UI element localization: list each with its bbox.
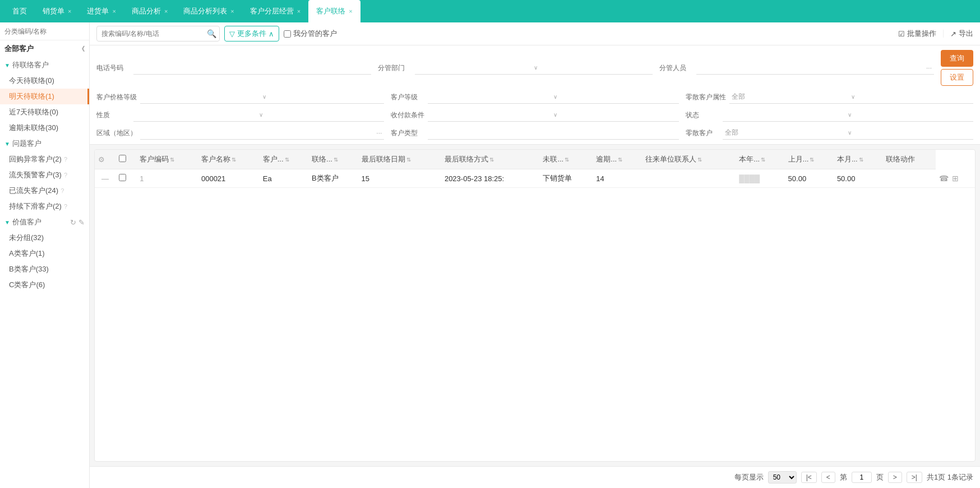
this-year-sort-icon: ⇅: [761, 156, 765, 163]
churned-help-icon[interactable]: ?: [61, 187, 64, 194]
edit-icon[interactable]: ✎: [78, 218, 85, 227]
data-table: ⚙ 客户编码 ⇅ 客户名称: [95, 150, 975, 188]
gender-select[interactable]: ∨: [133, 108, 384, 122]
retail-customer-select[interactable]: 全部 ∨: [723, 126, 973, 140]
sidebar-group-value[interactable]: ▼ 价值客户 ↻ ✎: [0, 214, 89, 230]
customer-type-select[interactable]: [428, 126, 678, 140]
more-action-icon[interactable]: ⊞: [952, 174, 959, 183]
filter-row-1: 电话号码 分管部门 ∨ 分管人员 ···: [96, 50, 973, 86]
th-uncontacted[interactable]: 未联... ⇅: [539, 150, 593, 169]
row-last-contact-date-cell: 2023-05-23 18:25:: [441, 169, 539, 188]
sidebar-group-pending[interactable]: ▼ 待联络客户: [0, 57, 89, 73]
my-customers-checkbox[interactable]: [284, 30, 291, 38]
export-button[interactable]: ↗ 导出: [950, 29, 973, 39]
customer-level-select[interactable]: ∨: [428, 90, 678, 104]
sidebar-item-7days-pending[interactable]: 近7天待联络(0): [0, 104, 89, 120]
sidebar-item-today-pending[interactable]: 今天待联络(0): [0, 73, 89, 89]
sidebar-group-problem[interactable]: ▼ 问题客户: [0, 136, 89, 151]
more-conditions-button[interactable]: ▽ 更多条件 ∧: [224, 26, 279, 42]
next-page-button[interactable]: >: [888, 472, 902, 483]
th-name[interactable]: 客户名称 ⇅: [198, 150, 260, 169]
region-more-icon[interactable]: ···: [374, 129, 384, 137]
sidebar-collapse-icon: 《: [78, 45, 85, 53]
nav-product-analysis[interactable]: 商品分析 ×: [124, 0, 175, 22]
managed-dept-select[interactable]: ∨: [415, 61, 653, 75]
region-input[interactable]: [140, 129, 374, 137]
search-input[interactable]: [96, 26, 220, 42]
row-code-cell[interactable]: 000021: [198, 169, 260, 188]
th-this-year[interactable]: 本年... ⇅: [736, 150, 784, 169]
row-checkbox[interactable]: [119, 174, 126, 181]
sidebar-item-a-customers[interactable]: A类客户(1): [0, 246, 89, 261]
row-uncontacted-cell: 14: [593, 169, 641, 188]
nav-close-sales-order[interactable]: ×: [68, 8, 71, 15]
page-input[interactable]: [852, 472, 872, 483]
nav-customer-contact[interactable]: 客户联络 ×: [308, 0, 360, 22]
sidebar-item-overdue-contact[interactable]: 逾期未联络(30): [0, 120, 89, 136]
sidebar-item-declining[interactable]: 持续下滑客户(2) ?: [0, 199, 89, 214]
churn-warning-help-icon[interactable]: ?: [64, 172, 67, 178]
status-select[interactable]: ∨: [723, 108, 973, 122]
managed-person-input[interactable]: [696, 64, 924, 72]
declining-help-icon[interactable]: ?: [64, 203, 67, 210]
th-last-contact-date[interactable]: 最后联络日期 ⇅: [358, 150, 441, 169]
refresh-icon[interactable]: ↻: [70, 218, 76, 227]
nav-home[interactable]: 首页: [4, 0, 35, 22]
nav-close-purchase-order[interactable]: ×: [112, 8, 115, 15]
batch-op-button[interactable]: ☑ 批量操作: [898, 29, 936, 39]
region-wrap: ···: [140, 126, 384, 140]
th-last-month[interactable]: 上月... ⇅: [785, 150, 834, 169]
select-all-checkbox[interactable]: [119, 155, 126, 162]
nav-close-customer-segmentation[interactable]: ×: [297, 8, 301, 15]
last-page-button[interactable]: >|: [907, 472, 922, 483]
nav-close-customer-contact[interactable]: ×: [349, 8, 352, 15]
per-page-select[interactable]: 50 100 200: [768, 471, 797, 484]
query-button[interactable]: 查询: [941, 50, 973, 67]
row-name-cell[interactable]: Ea: [260, 169, 308, 188]
sidebar-item-b-customers[interactable]: B类客户(33): [0, 261, 89, 277]
divider: [943, 30, 944, 38]
phone-label: 电话号码: [96, 63, 130, 73]
contact-action-icon[interactable]: ☎: [939, 174, 949, 183]
row-last-contact-method-cell[interactable]: 下销货单: [539, 169, 593, 188]
filter-customer-level: 客户等级 ∨: [391, 90, 678, 104]
nav-close-product-analysis[interactable]: ×: [164, 8, 168, 15]
payment-terms-select[interactable]: ∨: [428, 108, 678, 122]
sidebar-item-ungrouped[interactable]: 未分组(32): [0, 230, 89, 246]
table-settings-icon[interactable]: ⚙: [98, 155, 105, 164]
first-page-button[interactable]: |<: [801, 472, 817, 483]
th-overdue[interactable]: 逾期... ⇅: [593, 150, 641, 169]
sidebar-all-customers-label: 全部客户: [4, 44, 34, 54]
th-contact-person[interactable]: 往来单位联系人 ⇅: [642, 150, 736, 169]
my-customers-checkbox-wrap[interactable]: 我分管的客户: [284, 29, 337, 39]
price-level-select[interactable]: ∨: [140, 90, 384, 104]
sidebar-item-repurchase-anomaly[interactable]: 回购异常客户(2) ?: [0, 151, 89, 167]
th-customer-type[interactable]: 客户... ⇅: [260, 150, 308, 169]
nav-product-analysis-list[interactable]: 商品分析列表 ×: [175, 0, 242, 22]
th-code[interactable]: 客户编码 ⇅: [136, 150, 198, 169]
retail-attr-select[interactable]: 全部 ∨: [729, 90, 973, 104]
page-suffix: 页: [876, 472, 884, 482]
nav-customer-segmentation[interactable]: 客户分层经营 ×: [242, 0, 308, 22]
search-button[interactable]: 🔍: [207, 29, 216, 38]
sidebar-item-churn-warning[interactable]: 流失预警客户(3) ?: [0, 167, 89, 183]
th-last-contact-method[interactable]: 最后联络方式 ⇅: [441, 150, 539, 169]
repurchase-help-icon[interactable]: ?: [64, 156, 67, 163]
sidebar-item-churned[interactable]: 已流失客户(24) ?: [0, 183, 89, 199]
phone-input[interactable]: [133, 64, 371, 72]
sidebar-item-tomorrow-pending[interactable]: 明天待联络(1): [0, 89, 89, 104]
th-this-month[interactable]: 本月... ⇅: [834, 150, 882, 169]
sidebar-item-c-customers[interactable]: C类客户(6): [0, 277, 89, 293]
nav-purchase-order[interactable]: 进货单 ×: [79, 0, 123, 22]
prev-page-button[interactable]: <: [821, 472, 835, 483]
export-icon: ↗: [950, 30, 956, 38]
pending-group-label: 待联络客户: [12, 60, 49, 70]
settings-button[interactable]: 设置: [941, 69, 973, 86]
sidebar-search-input[interactable]: [4, 27, 89, 35]
managed-person-more-icon[interactable]: ···: [924, 64, 934, 72]
th-contact-count[interactable]: 联络... ⇅: [308, 150, 358, 169]
sidebar-all-customers[interactable]: 全部客户 《: [0, 40, 89, 57]
nav-close-product-analysis-list[interactable]: ×: [230, 8, 234, 15]
managed-person-label: 分管人员: [659, 63, 693, 73]
nav-sales-order[interactable]: 销货单 ×: [35, 0, 79, 22]
